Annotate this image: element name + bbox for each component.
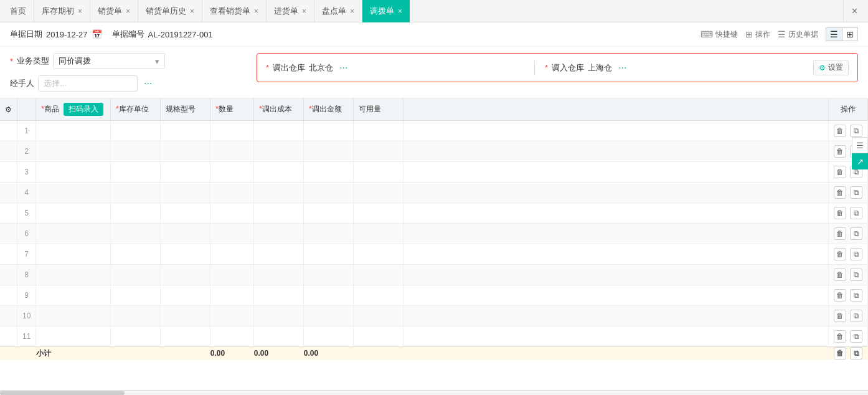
toolbar-row: 单据日期 2019-12-27 📅 单据编号 AL-20191227-001 ⌨… xyxy=(0,22,868,47)
row-cost-cell xyxy=(254,141,304,162)
right-panel-list-icon[interactable]: ☰ xyxy=(852,137,868,153)
copy-row-icon[interactable]: ⧉ xyxy=(850,289,862,302)
date-field-group: 单据日期 2019-12-27 📅 xyxy=(10,29,102,40)
delete-row-icon[interactable]: 🗑 xyxy=(834,227,846,240)
horizontal-scrollbar[interactable] xyxy=(0,390,868,395)
row-cost-cell xyxy=(254,265,304,285)
row-goods-cell xyxy=(36,326,111,347)
settings-button[interactable]: ⚙ 设置 xyxy=(813,60,849,75)
copy-row-icon[interactable]: ⧉ xyxy=(850,227,862,240)
tab-bar: 首页 库存期初 × 销货单 × 销货单历史 × 查看销货单 × 进货单 × 盘点… xyxy=(0,0,868,22)
tab-close-icon[interactable]: × xyxy=(254,7,258,16)
delete-row-icon[interactable]: 🗑 xyxy=(834,330,846,343)
delete-row-icon[interactable]: 🗑 xyxy=(834,145,846,158)
form-area: * 业务类型 同价调拨 ▾ 经手人 选择... ··· * 调出仓库 xyxy=(0,47,868,98)
row-qty-cell xyxy=(210,285,254,306)
row-unit-cell xyxy=(111,285,161,306)
row-gear-cell xyxy=(0,285,17,306)
copy-row-icon[interactable]: ⧉ xyxy=(850,310,862,322)
row-goods-cell xyxy=(36,265,111,285)
tab-close-icon[interactable]: × xyxy=(302,7,306,16)
row-cost-cell xyxy=(254,203,304,224)
footer-row-actions: 🗑 ⧉ xyxy=(829,347,868,359)
table-footer-row: 小计 0.00 0.00 0.00 🗑 ⧉ xyxy=(0,347,868,360)
row-spacer-cell xyxy=(403,224,829,244)
copy-row-icon[interactable]: ⧉ xyxy=(850,248,862,260)
row-available-cell xyxy=(354,224,403,244)
tab-view-sales[interactable]: 查看销货单 × xyxy=(202,0,267,22)
copy-row-icon[interactable]: ⧉ xyxy=(850,125,862,137)
warehouse-in-more-button[interactable]: ··· xyxy=(618,62,626,74)
row-qty-cell xyxy=(210,141,254,162)
shortcut-button[interactable]: ⌨ 快捷键 xyxy=(701,29,738,40)
handler-selector[interactable]: 选择... xyxy=(38,75,138,92)
right-panel-export-icon[interactable]: ↗ xyxy=(852,153,868,169)
footer-delete-icon[interactable]: 🗑 xyxy=(834,347,846,359)
delete-row-icon[interactable]: 🗑 xyxy=(834,269,846,281)
delete-row-icon[interactable]: 🗑 xyxy=(834,207,846,219)
tab-close-icon[interactable]: × xyxy=(350,7,354,16)
scrollbar-thumb[interactable] xyxy=(0,391,125,395)
tab-sales[interactable]: 销货单 × xyxy=(90,0,138,22)
grid-view-button[interactable]: ⊞ xyxy=(842,27,858,41)
row-gear-cell xyxy=(0,224,17,244)
row-cost-cell xyxy=(254,121,304,141)
tab-home[interactable]: 首页 xyxy=(2,0,34,22)
row-goods-cell xyxy=(36,224,111,244)
handler-field: 经手人 选择... ··· xyxy=(10,75,247,92)
row-actions: 🗑 ⧉ xyxy=(834,330,862,343)
warehouse-in-field: * 调入仓库 上海仓 ··· xyxy=(545,62,803,74)
tab-close-icon[interactable]: × xyxy=(126,7,130,16)
scan-button[interactable]: 扫码录入 xyxy=(64,103,103,116)
warehouse-out-more-button[interactable]: ··· xyxy=(339,62,347,74)
calendar-icon[interactable]: 📅 xyxy=(92,29,102,39)
row-unit-cell xyxy=(111,326,161,347)
window-close-button[interactable]: × xyxy=(843,0,866,22)
history-button[interactable]: ☰ 历史单据 xyxy=(778,29,818,40)
copy-row-icon[interactable]: ⧉ xyxy=(850,269,862,281)
row-number-cell: 6 xyxy=(17,224,36,244)
tab-close-icon[interactable]: × xyxy=(190,7,194,16)
row-ops-cell: 🗑 ⧉ xyxy=(829,326,868,347)
table-row: 6 🗑 ⧉ xyxy=(0,224,868,244)
tab-stock-init[interactable]: 库存期初 × xyxy=(34,0,90,22)
tab-close-active-icon[interactable]: × xyxy=(398,7,402,16)
row-spec-cell xyxy=(161,121,210,141)
copy-row-icon[interactable]: ⧉ xyxy=(850,186,862,199)
toolbar-actions: ⌨ 快捷键 ⊞ 操作 ☰ 历史单据 ☰ ⊞ xyxy=(701,27,858,41)
operation-button[interactable]: ⊞ 操作 xyxy=(745,29,770,40)
row-spacer-cell xyxy=(403,326,829,347)
footer-copy-icon[interactable]: ⧉ xyxy=(850,347,862,359)
table-gear-icon[interactable]: ⚙ xyxy=(5,105,12,114)
tab-inventory[interactable]: 盘点单 × xyxy=(314,0,362,22)
row-number-cell: 10 xyxy=(17,306,36,326)
delete-row-icon[interactable]: 🗑 xyxy=(834,166,846,178)
tab-sales-history[interactable]: 销货单历史 × xyxy=(138,0,202,22)
delete-row-icon[interactable]: 🗑 xyxy=(834,125,846,137)
content-area: 单据日期 2019-12-27 📅 单据编号 AL-20191227-001 ⌨… xyxy=(0,22,868,395)
tab-close-icon[interactable]: × xyxy=(78,7,82,16)
row-available-cell xyxy=(354,326,403,347)
row-unit-cell xyxy=(111,265,161,285)
row-qty-cell xyxy=(210,162,254,183)
delete-row-icon[interactable]: 🗑 xyxy=(834,310,846,322)
list-view-button[interactable]: ☰ xyxy=(826,27,842,41)
tab-transfer[interactable]: 调拨单 × xyxy=(362,0,410,22)
business-type-dropdown[interactable]: 同价调拨 ▾ xyxy=(53,53,165,69)
row-goods-cell xyxy=(36,244,111,265)
handler-more-button[interactable]: ··· xyxy=(144,78,152,89)
col-qty: *数量 xyxy=(210,98,254,121)
delete-row-icon[interactable]: 🗑 xyxy=(834,186,846,199)
copy-row-icon[interactable]: ⧉ xyxy=(850,207,862,219)
row-number-cell: 4 xyxy=(17,183,36,203)
delete-row-icon[interactable]: 🗑 xyxy=(834,248,846,260)
row-gear-cell xyxy=(0,203,17,224)
row-amount-cell xyxy=(304,121,354,141)
row-goods-cell xyxy=(36,121,111,141)
row-spacer-cell xyxy=(403,203,829,224)
row-qty-cell xyxy=(210,265,254,285)
tab-purchase[interactable]: 进货单 × xyxy=(267,0,314,22)
delete-row-icon[interactable]: 🗑 xyxy=(834,289,846,302)
row-available-cell xyxy=(354,285,403,306)
copy-row-icon[interactable]: ⧉ xyxy=(850,330,862,343)
